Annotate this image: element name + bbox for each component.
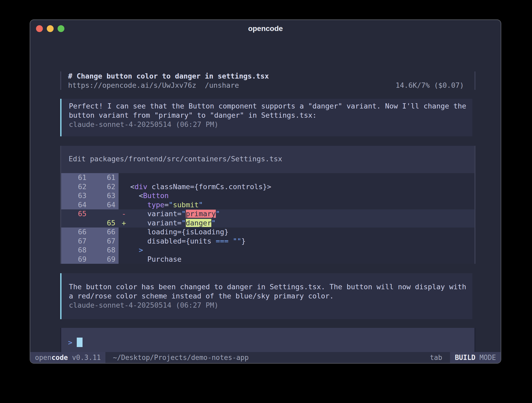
session-title: # Change button color to danger in setti… xyxy=(68,71,474,81)
new-line-number: 67 xyxy=(86,237,115,246)
edit-tool-block: Edit packages/frontend/src/containers/Se… xyxy=(60,146,475,264)
line-number-gutter: 6464 xyxy=(61,200,119,210)
code-token: variant= xyxy=(126,219,181,227)
code-line: disabled={units === ""} xyxy=(119,237,474,246)
code-token: = xyxy=(165,201,169,209)
old-line-number: 62 xyxy=(61,182,86,192)
code-token: " xyxy=(182,210,186,218)
diff-row: 65- variant="primary" xyxy=(61,209,474,219)
assistant-message: Perfect! I can see that the Button compo… xyxy=(60,99,472,136)
diff-row: 6262 <div className={formCs.controls}> xyxy=(61,182,474,192)
code-token: variant= xyxy=(126,210,181,218)
line-number-gutter: 65 xyxy=(61,219,119,228)
token-usage: 14.6K/7% ($0.07) xyxy=(396,81,464,90)
code-token: disabled={units xyxy=(122,237,216,245)
old-line-number xyxy=(61,219,86,228)
line-number-gutter: 6868 xyxy=(61,246,119,255)
diff-view: 61616262 <div className={formCs.controls… xyxy=(61,173,474,264)
assistant-message: The button color has been changed to dan… xyxy=(60,273,472,319)
code-line: > xyxy=(119,246,474,255)
new-line-number: 61 xyxy=(86,173,115,182)
mode-suffix: MODE xyxy=(475,354,496,361)
code-line xyxy=(119,173,474,182)
diff-row: 6464 type="submit" xyxy=(61,200,474,210)
message-model-timestamp: claude-sonnet-4-20250514 (06:27 PM) xyxy=(69,301,472,310)
code-line: - variant="primary" xyxy=(119,209,474,219)
line-number-gutter: 6262 xyxy=(61,182,119,192)
code-line: loading={isLoading} xyxy=(119,228,474,237)
line-number-gutter: 6363 xyxy=(61,191,119,200)
code-token: < xyxy=(122,183,135,191)
code-token: type xyxy=(147,201,165,209)
zoom-button[interactable] xyxy=(58,25,64,32)
diff-row: 6666 loading={isLoading} xyxy=(61,228,474,237)
new-line-number: 69 xyxy=(86,255,115,264)
new-line-number xyxy=(86,209,115,219)
code-token: } xyxy=(241,237,245,245)
diff-row: 6969 Purchase xyxy=(61,255,474,264)
message-line: a red/rose color scheme instead of the b… xyxy=(69,291,472,301)
code-token: " xyxy=(182,219,186,227)
code-token: primary xyxy=(186,210,216,218)
app-version-chip: opencode v0.3.11 xyxy=(30,352,105,363)
code-line: Purchase xyxy=(119,255,474,264)
diff-row: 6161 xyxy=(61,173,474,182)
code-token: > xyxy=(139,246,143,254)
code-line: <Button xyxy=(119,191,474,200)
tab-key-hint: tab xyxy=(430,352,442,363)
code-token: Purchase xyxy=(122,255,182,263)
code-token: " xyxy=(211,219,216,227)
close-button[interactable] xyxy=(36,25,43,32)
window-title: opencode xyxy=(30,24,501,33)
line-number-gutter: 6666 xyxy=(61,228,119,237)
working-directory: ~/Desktop/Projects/demo-notes-app xyxy=(113,352,249,363)
edit-file-title: Edit packages/frontend/src/containers/Se… xyxy=(61,146,474,173)
code-token: submit xyxy=(173,201,199,209)
diff-row: 6363 <Button xyxy=(61,191,474,200)
titlebar: opencode xyxy=(30,20,501,37)
new-line-number: 64 xyxy=(86,200,115,210)
code-token: "" xyxy=(233,237,242,245)
mode-chip[interactable]: BUILD MODE xyxy=(450,352,501,363)
message-model-timestamp: claude-sonnet-4-20250514 (06:27 PM) xyxy=(69,120,472,129)
line-number-gutter: 6161 xyxy=(61,173,119,182)
app-version: v0.3.11 xyxy=(68,354,101,361)
new-line-number: 62 xyxy=(86,182,115,192)
new-line-number: 63 xyxy=(86,191,115,200)
old-line-number: 68 xyxy=(61,246,86,255)
message-line: The button color has been changed to dan… xyxy=(69,282,472,291)
old-line-number: 64 xyxy=(61,200,86,210)
code-token: loading={isLoading} xyxy=(122,228,228,236)
old-line-number: 66 xyxy=(61,228,86,237)
code-token: < xyxy=(122,192,143,200)
mode-name: BUILD xyxy=(455,354,475,361)
code-line: + variant="danger" xyxy=(119,219,474,228)
code-token xyxy=(122,246,139,254)
message-line: Perfect! I can see that the Button compo… xyxy=(69,101,472,111)
traffic-lights xyxy=(36,20,64,37)
new-line-number: 66 xyxy=(86,228,115,237)
code-line: <div className={formCs.controls}> xyxy=(119,182,474,192)
new-line-number: 65 xyxy=(86,219,115,228)
app-name-open: open xyxy=(35,354,52,361)
code-token xyxy=(122,201,147,209)
message-lines: The button color has been changed to dan… xyxy=(69,282,472,301)
opencode-window: opencode # Change button color to danger… xyxy=(30,19,501,364)
line-number-gutter: 65 xyxy=(61,209,119,219)
code-token xyxy=(228,237,233,245)
code-token: === xyxy=(216,237,229,245)
code-token: Button xyxy=(143,192,169,200)
code-line: type="submit" xyxy=(119,200,474,210)
main-content: # Change button color to danger in setti… xyxy=(60,57,475,364)
status-bar: opencode v0.3.11 ~/Desktop/Projects/demo… xyxy=(30,352,501,363)
session-header: # Change button color to danger in setti… xyxy=(60,71,475,90)
diff-row: 6868 > xyxy=(61,246,474,255)
old-line-number: 63 xyxy=(61,191,86,200)
code-token: - xyxy=(122,210,126,218)
minimize-button[interactable] xyxy=(47,25,54,32)
code-token: " xyxy=(169,201,173,209)
code-token: className={formCs.controls}> xyxy=(147,183,271,191)
code-token: " xyxy=(199,201,203,209)
old-line-number: 69 xyxy=(61,255,86,264)
old-line-number: 65 xyxy=(61,209,86,219)
